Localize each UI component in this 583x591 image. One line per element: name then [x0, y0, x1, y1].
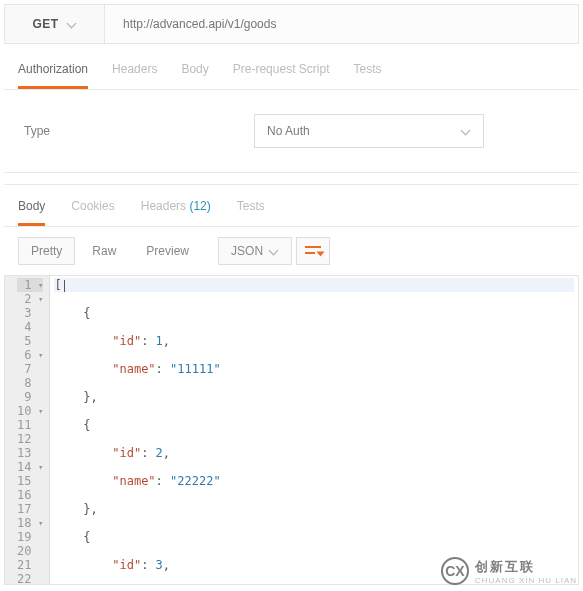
line-number: 12: [17, 432, 43, 446]
code-line: },: [54, 502, 574, 516]
line-number: 7: [17, 362, 43, 376]
line-number: 18 ▾: [17, 516, 43, 530]
line-number: 19: [17, 530, 43, 544]
resp-tab-cookies[interactable]: Cookies: [71, 199, 114, 226]
fold-caret-icon[interactable]: ▾: [35, 460, 43, 474]
line-number: 13: [17, 446, 43, 460]
resp-tab-headers[interactable]: Headers (12): [141, 199, 211, 226]
code-line: {: [54, 306, 574, 320]
wrap-lines-button[interactable]: [296, 237, 330, 265]
response-body-editor[interactable]: 1 ▾2 ▾3 4 5 6 ▾7 8 9 10 ▾11 12 13 14 ▾15…: [4, 275, 579, 585]
method-value: GET: [32, 17, 58, 31]
response-tabs: Body Cookies Headers (12) Tests: [4, 185, 579, 227]
url-input[interactable]: http://advanced.api/v1/goods: [105, 5, 578, 43]
fold-caret-icon[interactable]: ▾: [35, 348, 43, 362]
resp-headers-count: (12): [189, 199, 210, 213]
resp-tab-tests[interactable]: Tests: [237, 199, 265, 226]
code-line: "name": "11111": [54, 362, 574, 376]
tab-authorization[interactable]: Authorization: [18, 62, 88, 89]
watermark-logo-icon: CX: [441, 557, 469, 585]
chevron-down-icon: [461, 126, 471, 136]
auth-section: Type No Auth: [4, 90, 579, 173]
fold-caret-icon[interactable]: ▾: [35, 292, 43, 306]
wrap-lines-icon: [305, 244, 321, 258]
code-line: {: [54, 530, 574, 544]
tab-body[interactable]: Body: [181, 62, 208, 89]
line-number: 15: [17, 474, 43, 488]
line-number: 16: [17, 488, 43, 502]
watermark-title: 创新互联: [475, 558, 577, 576]
tab-headers[interactable]: Headers: [112, 62, 157, 89]
watermark: CX 创新互联 CHUANG XIN HU LIAN: [441, 557, 577, 585]
section-divider: [4, 173, 579, 185]
view-raw[interactable]: Raw: [79, 237, 129, 265]
line-number: 4: [17, 320, 43, 334]
line-number: 2 ▾: [17, 292, 43, 306]
view-pretty[interactable]: Pretty: [18, 237, 75, 265]
line-number: 9: [17, 390, 43, 404]
line-number: 14 ▾: [17, 460, 43, 474]
request-bar: GET http://advanced.api/v1/goods: [4, 4, 579, 44]
code-line: "name": "22222": [54, 474, 574, 488]
code-line: {: [54, 418, 574, 432]
line-number: 3: [17, 306, 43, 320]
fold-caret-icon[interactable]: ▾: [35, 278, 43, 292]
code-line: },: [54, 390, 574, 404]
chevron-down-icon: [67, 19, 77, 29]
auth-type-select[interactable]: No Auth: [254, 114, 484, 148]
format-value: JSON: [231, 244, 263, 258]
fold-caret-icon[interactable]: ▾: [35, 516, 43, 530]
line-number: 10 ▾: [17, 404, 43, 418]
view-preview[interactable]: Preview: [133, 237, 202, 265]
line-gutter: 1 ▾2 ▾3 4 5 6 ▾7 8 9 10 ▾11 12 13 14 ▾15…: [5, 276, 50, 584]
watermark-subtitle: CHUANG XIN HU LIAN: [475, 576, 577, 585]
code-line: "id": 1,: [54, 334, 574, 348]
auth-type-value: No Auth: [267, 124, 310, 138]
code-line: "id": 2,: [54, 446, 574, 460]
line-number: 1 ▾: [17, 278, 43, 292]
tab-tests[interactable]: Tests: [353, 62, 381, 89]
fold-caret-icon[interactable]: ▾: [35, 404, 43, 418]
resp-tab-headers-label: Headers: [141, 199, 186, 213]
line-number: 11: [17, 418, 43, 432]
code-content[interactable]: [ { "id": 1, "name": "11111" }, { "id": …: [50, 276, 578, 584]
line-number: 22: [17, 572, 43, 585]
request-tabs: Authorization Headers Body Pre-request S…: [4, 48, 579, 90]
tab-pre-request[interactable]: Pre-request Script: [233, 62, 330, 89]
auth-type-label: Type: [24, 124, 254, 138]
url-value: http://advanced.api/v1/goods: [123, 17, 276, 31]
line-number: 20: [17, 544, 43, 558]
resp-tab-body[interactable]: Body: [18, 199, 45, 226]
line-number: 8: [17, 376, 43, 390]
code-line: [: [54, 278, 574, 292]
format-select[interactable]: JSON: [218, 237, 292, 265]
chevron-down-icon: [269, 246, 279, 256]
response-toolbar: Pretty Raw Preview JSON: [4, 227, 579, 275]
line-number: 6 ▾: [17, 348, 43, 362]
line-number: 17: [17, 502, 43, 516]
line-number: 5: [17, 334, 43, 348]
method-select[interactable]: GET: [5, 5, 105, 43]
line-number: 21: [17, 558, 43, 572]
